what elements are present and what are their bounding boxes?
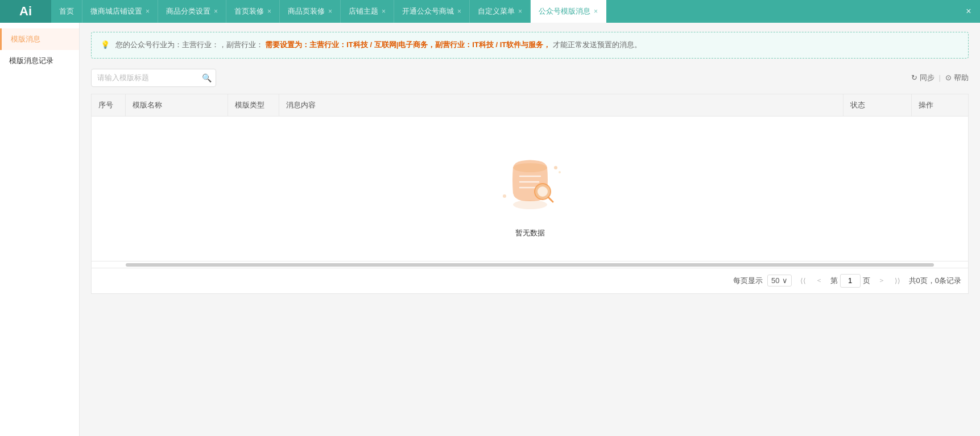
search-input[interactable] [91, 69, 216, 87]
first-page-icon: ⟨⟨ [800, 277, 806, 285]
col-seq-label: 序号 [98, 101, 113, 109]
tab-template-message-close[interactable]: × [594, 7, 598, 15]
tab-home[interactable]: 首页 [51, 0, 82, 23]
tab-template-message[interactable]: 公众号模版消息 × [531, 0, 606, 23]
search-bar: 🔍 ↻ 同步 | ⊙ 帮助 [91, 69, 969, 87]
pagination: 每页显示 50 ∨ ⟨⟨ ＜ 第 页 ＞ [91, 268, 969, 294]
next-page-icon: ＞ [878, 276, 885, 285]
page-input-wrap: 第 页 [830, 274, 870, 288]
tab-store-theme[interactable]: 店铺主题 × [341, 0, 394, 23]
svg-line-7 [548, 197, 553, 202]
sidebar-item-template-record[interactable]: 模版消息记录 [0, 50, 79, 72]
logo-text: Ai [19, 4, 32, 19]
search-bar-left: 🔍 [91, 69, 216, 87]
empty-illustration [496, 151, 564, 219]
global-close-icon: × [966, 6, 971, 16]
sync-button[interactable]: ↻ 同步 [911, 73, 934, 83]
table-header: 序号 模版名称 模版类型 消息内容 状态 操作 [92, 94, 969, 116]
tab-shop-settings-close[interactable]: × [146, 7, 150, 15]
svg-point-8 [554, 166, 557, 169]
col-type: 模版类型 [228, 94, 279, 116]
col-action-label: 操作 [919, 101, 933, 109]
sidebar: 模版消息 模版消息记录 [0, 23, 80, 436]
tab-home-label: 首页 [59, 6, 74, 16]
per-page-label: 每页显示 [733, 276, 763, 286]
data-table: 序号 模版名称 模版类型 消息内容 状态 操作 [91, 94, 969, 117]
tab-home-decor-label: 首页装修 [234, 6, 264, 16]
page-label-post: 页 [863, 276, 870, 286]
col-content: 消息内容 [279, 94, 843, 116]
tab-open-wechat-mall-label: 开通公众号商城 [402, 6, 454, 16]
help-icon: ⊙ [945, 73, 952, 82]
tab-home-decor-close[interactable]: × [267, 7, 271, 15]
sidebar-item-template-message[interactable]: 模版消息 [0, 28, 79, 50]
notice-highlight: 需要设置为：主营行业：IT科技 / 互联网|电子商务，副营行业：IT科技 / I… [265, 40, 551, 49]
svg-point-0 [513, 200, 547, 209]
per-page-select[interactable]: 50 ∨ [767, 275, 791, 286]
svg-point-6 [537, 186, 548, 197]
col-name: 模版名称 [126, 94, 228, 116]
tab-shop-settings[interactable]: 微商城店铺设置 × [82, 0, 158, 23]
notice-box: 💡 您的公众号行业为：主营行业：，副营行业： 需要设置为：主营行业：IT科技 /… [91, 32, 969, 59]
search-icon[interactable]: 🔍 [202, 73, 212, 82]
top-nav: Ai 首页 微商城店铺设置 × 商品分类设置 × 首页装修 × 商品页装修 × … [0, 0, 980, 23]
total-info: 共0页，0条记录 [909, 276, 961, 286]
empty-text: 暂无数据 [515, 228, 545, 238]
col-name-label: 模版名称 [133, 101, 162, 109]
main-layout: 模版消息 模版消息记录 💡 您的公众号行业为：主营行业：，副营行业： 需要设置为… [0, 23, 980, 436]
help-button[interactable]: ⊙ 帮助 [945, 73, 969, 83]
tab-template-message-label: 公众号模版消息 [539, 6, 590, 16]
last-page-button[interactable]: ⟩⟩ [891, 274, 904, 288]
toolbar-divider: | [939, 73, 941, 82]
tab-product-decor-close[interactable]: × [328, 7, 332, 15]
search-input-wrap: 🔍 [91, 69, 216, 87]
scrollbar-area[interactable] [91, 261, 969, 268]
page-label-pre: 第 [830, 276, 838, 286]
sidebar-item-template-message-label: 模版消息 [11, 35, 40, 43]
tab-store-theme-label: 店铺主题 [349, 6, 378, 16]
col-seq: 序号 [92, 94, 126, 116]
notice-text-after: 才能正常发送预置的消息。 [553, 40, 642, 49]
first-page-button[interactable]: ⟨⟨ [796, 274, 810, 288]
sync-icon: ↻ [911, 73, 917, 82]
tab-open-wechat-mall[interactable]: 开通公众号商城 × [394, 0, 470, 23]
tab-category-settings-close[interactable]: × [214, 7, 218, 15]
svg-point-9 [559, 171, 561, 173]
content-area: 💡 您的公众号行业为：主营行业：，副营行业： 需要设置为：主营行业：IT科技 /… [80, 23, 980, 436]
bulb-icon: 💡 [101, 40, 110, 49]
sidebar-item-template-record-label: 模版消息记录 [9, 56, 53, 65]
tab-store-theme-close[interactable]: × [382, 7, 386, 15]
tab-product-decor-label: 商品页装修 [288, 6, 325, 16]
global-close-button[interactable]: × [957, 0, 980, 23]
prev-page-icon: ＜ [816, 276, 822, 285]
tab-product-decor[interactable]: 商品页装修 × [280, 0, 341, 23]
tab-custom-menu-label: 自定义菜单 [478, 6, 515, 16]
tab-custom-menu[interactable]: 自定义菜单 × [470, 0, 531, 23]
page-nav: ⟨⟨ ＜ [796, 274, 826, 288]
sync-label: 同步 [920, 73, 934, 83]
per-page-value: 50 [771, 276, 779, 285]
per-page-dropdown-icon: ∨ [782, 276, 788, 285]
tab-bar: 首页 微商城店铺设置 × 商品分类设置 × 首页装修 × 商品页装修 × 店铺主… [51, 0, 957, 23]
tab-open-wechat-mall-close[interactable]: × [457, 7, 461, 15]
scrollbar-track[interactable] [126, 263, 934, 267]
tab-custom-menu-close[interactable]: × [518, 7, 522, 15]
help-label: 帮助 [954, 73, 969, 83]
col-status: 状态 [843, 94, 912, 116]
notice-text-before: 您的公众号行业为：主营行业：，副营行业： [115, 40, 263, 49]
search-bar-right: ↻ 同步 | ⊙ 帮助 [911, 73, 969, 83]
page-nav-right: ＞ ⟩⟩ [875, 274, 904, 288]
next-page-button[interactable]: ＞ [875, 274, 888, 288]
prev-page-button[interactable]: ＜ [812, 274, 826, 288]
empty-state: 暂无数据 [91, 117, 969, 261]
svg-point-10 [503, 194, 506, 198]
col-type-label: 模版类型 [235, 101, 264, 109]
tab-category-settings[interactable]: 商品分类设置 × [158, 0, 226, 23]
col-content-label: 消息内容 [286, 101, 316, 109]
col-status-label: 状态 [850, 101, 865, 109]
page-number-input[interactable] [840, 274, 861, 288]
col-action: 操作 [912, 94, 969, 116]
logo: Ai [0, 0, 51, 23]
tab-home-decor[interactable]: 首页装修 × [226, 0, 280, 23]
svg-point-1 [513, 163, 547, 172]
